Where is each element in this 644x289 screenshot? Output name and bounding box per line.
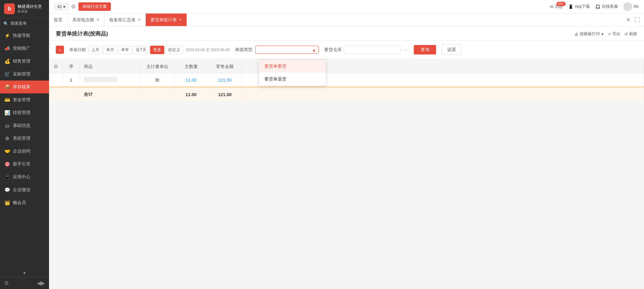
- trial-button[interactable]: 体验行业方案: [78, 2, 111, 11]
- table-container: ⚙ 序 商品 主计量单位 主数量 零售金额 1: [49, 60, 644, 102]
- table-header-row: ⚙ 序 商品 主计量单位 主数量 零售金额: [49, 60, 644, 73]
- tab-close-inventory-batch[interactable]: ✕: [96, 18, 99, 22]
- th-no: 序: [63, 60, 79, 73]
- tab-home[interactable]: 首页: [49, 14, 68, 26]
- settings-icon[interactable]: ⚙: [4, 280, 9, 286]
- query-button[interactable]: 查询: [414, 45, 436, 54]
- maximize-tab-btn[interactable]: ⛶: [633, 16, 641, 24]
- sidebar-item-purchase[interactable]: 🛒 采购管理: [0, 68, 49, 81]
- sidebar-item-basic-info[interactable]: 🗂 基础信息: [0, 119, 49, 132]
- phone-icon: 📱: [568, 4, 573, 9]
- sidebar-item-sales[interactable]: 💰 销售管理: [0, 55, 49, 68]
- amount-link[interactable]: 121.00: [218, 77, 232, 83]
- tab-close-order-stats[interactable]: ✕: [179, 18, 182, 22]
- sidebar-item-system[interactable]: ⚙ 系统管理: [0, 132, 49, 145]
- sidebar-bottom: ⚙ ◀▶: [0, 277, 49, 289]
- page-header: 要货单统计表(按商品) 🖨 按模板打印 ▾ ↗ 导出 ↺ 刷新: [49, 26, 644, 41]
- purchase-icon: 🛒: [4, 71, 10, 77]
- sidebar-item-app-center[interactable]: 📱 应用中心: [0, 171, 49, 183]
- app-download-btn[interactable]: 📱 App下载: [568, 4, 590, 9]
- header-left: 41 ▾ ⚙ 体验行业方案: [54, 2, 111, 11]
- sidebar-item-finance[interactable]: 💳 资金管理: [0, 93, 49, 106]
- logo-text: 畅捷通好生意 标准版: [18, 4, 42, 14]
- membership-icon: 👑: [4, 200, 10, 206]
- tab-recv-summary[interactable]: 收发存汇总表 ✕: [104, 14, 146, 26]
- export-action[interactable]: ↗ 导出: [607, 31, 620, 37]
- search-icon: 🔍: [3, 21, 8, 26]
- settings-button[interactable]: 设置: [442, 45, 462, 55]
- warehouse-more-icon[interactable]: ···: [403, 47, 408, 53]
- date-btn-more[interactable]: 更多: [150, 46, 164, 54]
- column-settings-icon[interactable]: ⚙: [53, 64, 58, 69]
- tab-order-stats[interactable]: 要货单统计表 ✕: [146, 14, 187, 26]
- date-filter-label: 单据日期: [69, 47, 86, 53]
- sidebar-item-quick-nav[interactable]: ⚡ 快捷导航: [0, 29, 49, 42]
- printer-icon: 🖨: [574, 32, 578, 37]
- sidebar-item-enterprise[interactable]: 🤝 企业协同: [0, 145, 49, 158]
- search-menu[interactable]: 🔍 搜索菜单: [0, 18, 49, 29]
- headset-icon: 🎧: [595, 4, 600, 9]
- operation-icon: 📊: [4, 110, 10, 116]
- dropdown-item-order-return[interactable]: 要货单退货: [259, 73, 326, 86]
- td-unit: 块: [140, 73, 174, 87]
- footer-extra: [242, 87, 644, 102]
- date-btn-prev-month[interactable]: 上月: [88, 46, 102, 54]
- date-btn-custom[interactable]: 自定义: [165, 46, 183, 54]
- settings-btn-header[interactable]: ⚙: [71, 3, 76, 10]
- page-title: 要货单统计表(按商品): [56, 30, 108, 38]
- td-no: 1: [63, 73, 79, 87]
- branch-selector[interactable]: 41 ▾: [54, 3, 68, 10]
- th-settings[interactable]: ⚙: [49, 60, 63, 73]
- footer-amount: 121.00: [208, 87, 242, 102]
- filter-expand-btn[interactable]: ›: [56, 46, 64, 54]
- product-name-placeholder: [84, 77, 118, 82]
- tab-close-recv-summary[interactable]: ✕: [138, 18, 141, 22]
- chevron-down-icon-print: ▾: [601, 32, 603, 37]
- sidebar-item-marketing[interactable]: 📣 营销推广: [0, 42, 49, 55]
- dropdown-item-order-goods[interactable]: 要货单要货: [259, 60, 326, 73]
- user-avatar[interactable]: Rit: [623, 2, 639, 11]
- export-icon: ↗: [607, 32, 611, 37]
- sidebar-item-membership[interactable]: 👑 畅会员: [0, 196, 49, 209]
- basic-info-icon: 🗂: [4, 123, 10, 129]
- date-btn-week[interactable]: 近7天: [133, 46, 149, 54]
- date-btn-year[interactable]: 本年: [118, 46, 132, 54]
- print-action[interactable]: 🖨 按模板打印 ▾: [574, 31, 603, 37]
- wecom-icon: 💬: [4, 187, 10, 193]
- app-logo: b 畅捷通好生意 标准版: [0, 0, 49, 18]
- footer-unit: [140, 87, 174, 102]
- avatar-image: [623, 2, 632, 11]
- message-icon: ✉: [550, 4, 553, 9]
- marketing-icon: 📣: [4, 45, 10, 51]
- footer-label: 合计: [79, 87, 140, 102]
- warehouse-input[interactable]: [344, 46, 401, 54]
- date-btn-curr-month[interactable]: 本月: [103, 46, 117, 54]
- doc-type-input[interactable]: [255, 46, 319, 54]
- sidebar-item-guide[interactable]: 🎯 新手引导: [0, 158, 49, 171]
- guide-icon: 🎯: [4, 161, 10, 167]
- header-right: ✉ 消息 99+ 📱 App下载 🎧 在线客服 Rit: [550, 2, 639, 11]
- refresh-action[interactable]: ↺ 刷新: [624, 31, 637, 37]
- qty-link[interactable]: 11.00: [186, 77, 197, 83]
- th-amount: 零售金额: [208, 60, 242, 73]
- doc-type-label: 单据类型: [235, 47, 253, 53]
- sidebar-item-wecom[interactable]: 💬 企业微信: [0, 183, 49, 196]
- sidebar-scroll-down[interactable]: ▼: [0, 269, 49, 277]
- collapse-icon[interactable]: ◀▶: [37, 280, 45, 286]
- messages-btn[interactable]: ✉ 消息 99+: [550, 4, 563, 9]
- sidebar-item-inventory[interactable]: 📦 库存核算: [0, 81, 49, 93]
- th-unit: 主计量单位: [140, 60, 174, 73]
- chevron-down-icon: ▾: [63, 4, 65, 9]
- warehouse-label: 要货仓库: [324, 47, 342, 53]
- th-qty: 主数量: [174, 60, 208, 73]
- tab-inventory-batch[interactable]: 库存批次账 ✕: [68, 14, 104, 26]
- td-qty: 11.00: [174, 73, 208, 87]
- footer-no: [63, 87, 79, 102]
- tabs-bar: 首页 库存批次账 ✕ 收发存汇总表 ✕ 要货单统计表 ✕ ✕ ⛶: [49, 14, 644, 26]
- logo-icon: b: [4, 3, 15, 14]
- sidebar-item-operation[interactable]: 📊 经营管理: [0, 106, 49, 119]
- page-content: 要货单统计表(按商品) 🖨 按模板打印 ▾ ↗ 导出 ↺ 刷新 ›: [49, 26, 644, 289]
- close-current-tab-btn[interactable]: ✕: [625, 16, 632, 24]
- online-service-btn[interactable]: 🎧 在线客服: [595, 4, 618, 9]
- data-table: ⚙ 序 商品 主计量单位 主数量 零售金额 1: [49, 60, 644, 102]
